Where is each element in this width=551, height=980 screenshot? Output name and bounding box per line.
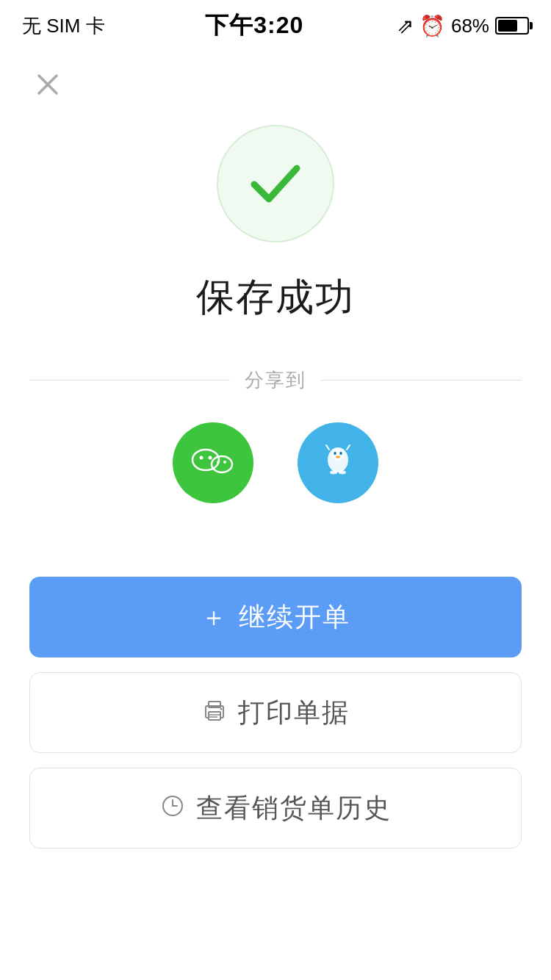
svg-point-3 [212, 456, 232, 472]
carrier-text: 无 SIM 卡 [22, 13, 105, 39]
status-time: 下午3:20 [205, 10, 303, 42]
continue-button[interactable]: ＋ 继续开单 [29, 577, 522, 657]
location-icon: ⇗ [397, 14, 414, 38]
alarm-icon: ⏰ [419, 14, 445, 38]
qq-icon [313, 438, 363, 488]
success-title: 保存成功 [196, 272, 355, 323]
close-icon [35, 71, 61, 98]
share-label: 分享到 [245, 367, 306, 393]
svg-point-12 [334, 453, 336, 454]
success-icon-wrap [217, 125, 334, 242]
svg-point-4 [200, 456, 204, 460]
status-left: 无 SIM 卡 [22, 13, 112, 39]
wechat-icon [188, 438, 238, 488]
share-wechat-button[interactable] [173, 422, 253, 503]
svg-point-15 [330, 471, 337, 475]
print-icon [201, 697, 228, 728]
battery-percent: 68% [451, 15, 489, 37]
battery-icon [495, 17, 529, 35]
svg-line-18 [347, 445, 350, 450]
share-qq-button[interactable] [298, 422, 378, 503]
svg-point-16 [339, 471, 346, 475]
status-right: ⇗ ⏰ 68% [397, 14, 529, 38]
check-icon [242, 149, 309, 218]
main-content: 保存成功 分享到 [0, 51, 551, 849]
svg-point-9 [332, 449, 344, 461]
status-bar: 无 SIM 卡 下午3:20 ⇗ ⏰ 68% [0, 0, 551, 51]
svg-point-2 [192, 450, 219, 470]
divider-line-left [29, 380, 230, 381]
close-button[interactable] [29, 66, 66, 103]
svg-point-5 [209, 456, 212, 460]
svg-rect-20 [209, 712, 220, 720]
share-icons [29, 422, 522, 503]
svg-line-17 [326, 445, 329, 450]
share-section: 分享到 [29, 367, 522, 547]
svg-point-7 [223, 461, 226, 464]
close-row [29, 51, 522, 125]
plus-icon: ＋ [201, 604, 228, 630]
divider-line-right [321, 380, 522, 381]
battery-fill [498, 20, 517, 32]
continue-label: 继续开单 [239, 599, 350, 635]
svg-point-14 [336, 456, 340, 458]
print-label: 打印单据 [238, 695, 350, 731]
share-divider: 分享到 [29, 367, 522, 393]
print-button[interactable]: 打印单据 [29, 672, 522, 753]
history-label: 查看销货单历史 [196, 790, 392, 826]
history-icon [159, 793, 186, 824]
action-buttons: ＋ 继续开单 打印单据 [29, 577, 522, 849]
svg-point-24 [220, 708, 223, 710]
svg-point-13 [340, 453, 342, 454]
svg-point-6 [217, 461, 220, 464]
history-button[interactable]: 查看销货单历史 [29, 768, 522, 849]
